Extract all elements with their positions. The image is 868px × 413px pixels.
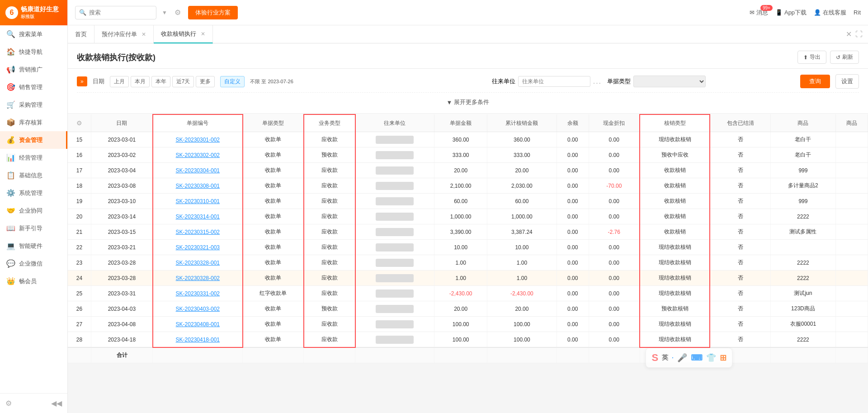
message-button[interactable]: ✉ 消息 99+ [750,9,768,17]
sidebar-item-operation[interactable]: 📊经营管理 [0,149,67,166]
sidebar-settings-icon[interactable]: ⚙ [5,399,12,408]
cell-r2-c2[interactable]: SK-20230304-001 [153,163,243,178]
user-name[interactable]: Rit [854,9,861,16]
cell-r8-c1: 2023-03-28 [91,255,153,271]
cell-r7-c2[interactable]: SK-20230321-003 [153,240,243,255]
unit-filter-dots[interactable]: ... [593,77,602,85]
custom-date-button[interactable]: 自定义 [220,76,245,87]
cell-r12-c12: 衣服00001 [770,317,835,332]
setting-button[interactable]: 设置 [835,74,859,89]
cell-r1-c11: 否 [710,147,770,163]
date-btn-近7天[interactable]: 近7天 [172,76,194,87]
search-input[interactable] [89,9,143,16]
tab-close-all-icon[interactable]: ✕ [846,30,852,38]
tab-close-collection[interactable]: ✕ [201,31,205,37]
cell-r3-c9: -70.00 [589,178,640,194]
sidebar-item-marketing[interactable]: 📢营销推广 [0,61,67,78]
order-link[interactable]: SK-20230328-002 [176,275,220,281]
cell-r2-c3: 收款单 [243,163,304,178]
cell-r11-c11: 否 [710,301,770,317]
tab-home[interactable]: 首页 [68,25,94,43]
refresh-button[interactable]: ↺ 刷新 [830,51,859,64]
table-row: 232023-03-28SK-20230328-001收款单应收款███████… [68,255,868,271]
cell-r8-c2[interactable]: SK-20230328-001 [153,255,243,271]
order-link[interactable]: SK-20230418-001 [176,337,220,343]
date-btn-上月[interactable]: 上月 [110,76,129,87]
sidebar-item-quick[interactable]: 🏠快捷导航 [0,43,67,61]
app-download-button[interactable]: 📱 App下载 [775,9,807,17]
sidebar-item-guide[interactable]: 📖新手引导 [0,219,67,237]
tab-fullscreen-icon[interactable]: ⛶ [855,30,863,38]
query-button[interactable]: 查询 [800,75,830,88]
sidebar-item-enterprise[interactable]: 🤝企业协同 [0,202,67,219]
date-btn-本月[interactable]: 本月 [131,76,150,87]
order-link[interactable]: SK-20230304-001 [176,167,220,174]
cell-r3-c11: 否 [710,178,770,194]
cell-r5-c2[interactable]: SK-20230314-001 [153,209,243,224]
sidebar-item-inventory[interactable]: 📦库存核算 [0,114,67,131]
sidebar-item-wechat[interactable]: 💬企业微信 [0,255,67,272]
sidebar-item-sales[interactable]: 🎯销售管理 [0,78,67,96]
sidebar-item-hardware[interactable]: 💻智能硬件 [0,237,67,255]
date-btn-本年[interactable]: 本年 [151,76,170,87]
unit-filter-input[interactable] [518,76,590,87]
col-settings-icon[interactable]: ⚙ [76,119,82,127]
sidebar-collapse-icon[interactable]: ◀◀ [51,399,62,408]
sidebar-icon-purchase: 🛒 [6,100,15,109]
cell-r13-c2[interactable]: SK-20230418-001 [153,332,243,348]
type-filter-select[interactable] [633,76,706,87]
dropdown-arrow-icon[interactable]: ▼ [162,9,167,16]
order-link[interactable]: SK-20230315-002 [176,229,220,235]
order-link[interactable]: SK-20230408-001 [176,321,220,328]
filter-toggle-button[interactable]: » [77,76,87,86]
order-link[interactable]: SK-20230310-001 [176,198,220,204]
cell-r11-c8: 0.00 [557,301,589,317]
cell-r10-c2[interactable]: SK-20230331-002 [153,286,243,301]
col-header-12: 商品 [770,114,835,132]
sidebar-item-finance[interactable]: 💰资金管理 [0,131,67,149]
cell-r11-c2[interactable]: SK-20230403-002 [153,301,243,317]
order-link[interactable]: SK-20230403-002 [176,306,220,312]
cell-r1-c2[interactable]: SK-20230302-002 [153,147,243,163]
cell-r10-c1: 2023-03-31 [91,286,153,301]
cell-r4-c2[interactable]: SK-20230310-001 [153,194,243,209]
cell-r0-c2[interactable]: SK-20230301-002 [153,132,243,147]
order-link[interactable]: SK-20230308-001 [176,183,220,189]
cell-r8-c0: 23 [68,255,91,271]
footer-cell-9 [589,347,640,363]
sidebar-item-member[interactable]: 👑畅会员 [0,272,67,290]
sidebar-label-system: 系统管理 [19,189,42,197]
logo-icon: 6 [5,6,18,19]
export-button[interactable]: ⬆ 导出 [797,51,826,64]
sidebar-item-search[interactable]: 🔍搜索菜单 [0,25,67,43]
exp-industry-button[interactable]: 体验行业方案 [188,6,238,19]
sidebar-item-system[interactable]: ⚙️系统管理 [0,184,67,202]
cell-r6-c2[interactable]: SK-20230315-002 [153,224,243,240]
order-link[interactable]: SK-20230328-001 [176,260,220,266]
order-link[interactable]: SK-20230331-002 [176,290,220,297]
tab-payable[interactable]: 预付冲应付单✕ [94,25,154,43]
col-header-11: 包含已结清 [710,114,770,132]
sidebar-icon-sales: 🎯 [6,83,15,91]
tab-collection[interactable]: 收款核销执行✕ [154,25,213,43]
footer-cell-7 [487,347,557,363]
order-link[interactable]: SK-20230301-002 [176,137,220,143]
order-link[interactable]: SK-20230302-002 [176,152,220,158]
sidebar-item-purchase[interactable]: 🛒采购管理 [0,96,67,114]
expand-conditions-button[interactable]: ▼ 展开更多条件 [77,96,859,108]
sidebar-icon-basic: 📋 [6,171,15,180]
order-link[interactable]: SK-20230321-003 [176,244,220,251]
gear-icon[interactable]: ⚙ [173,6,183,19]
sidebar-item-basic[interactable]: 📋基础信息 [0,166,67,184]
tab-close-payable[interactable]: ✕ [142,31,146,38]
cell-r9-c2[interactable]: SK-20230328-002 [153,271,243,286]
cell-r6-c8: 0.00 [557,224,589,240]
date-btn-更多[interactable]: 更多 [196,76,215,87]
online-service-button[interactable]: 👤 在线客服 [814,9,846,17]
cell-r12-c2[interactable]: SK-20230408-001 [153,317,243,332]
col-header-7: 累计核销金额 [487,114,557,132]
cell-r3-c2[interactable]: SK-20230308-001 [153,178,243,194]
cell-r9-c0: 24 [68,271,91,286]
topbar-search-box: 🔍 [75,6,156,19]
order-link[interactable]: SK-20230314-001 [176,214,220,220]
